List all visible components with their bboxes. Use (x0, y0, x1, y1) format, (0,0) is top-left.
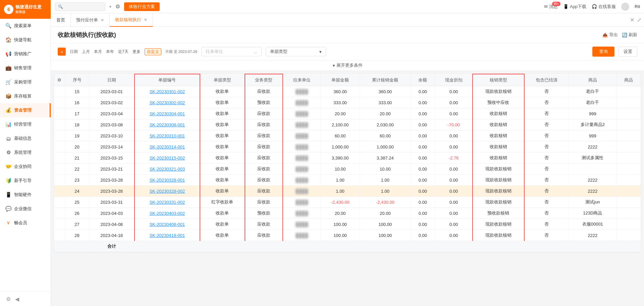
export-button[interactable]: 📤 导出 (602, 32, 618, 38)
filter-partner-input[interactable]: 往来单位 ... (201, 47, 262, 56)
app-download-label: App下载 (570, 4, 586, 10)
table-row: 182023-03-08SK-20230308-001收款单应收款████2,1… (54, 119, 641, 130)
tab-home[interactable]: 首页 (51, 13, 71, 27)
cell-bill-no[interactable]: SK-20230418-001 (135, 230, 200, 241)
message-badge: 99+ (552, 2, 560, 6)
sidebar-item-member[interactable]: V 畅会员 (0, 216, 51, 230)
prepay-tab-close-icon[interactable]: ✕ (101, 18, 104, 22)
bill-no-link[interactable]: SK-20230302-002 (150, 100, 185, 105)
bill-no-link[interactable]: SK-20230408-001 (150, 222, 185, 227)
settings-bottom-icon[interactable]: ⚙ (5, 296, 11, 302)
bill-no-link[interactable]: SK-20230315-002 (150, 156, 185, 161)
app-download-link[interactable]: 📱 App下载 (563, 4, 586, 10)
sidebar-item-marketing[interactable]: 📢 营销推广 (0, 47, 51, 61)
cell-bill-type: 收款单 (200, 186, 245, 197)
cell-verify-amount: 2,030.00 (360, 119, 411, 130)
bill-no-link[interactable]: SK-20230403-002 (150, 211, 185, 216)
cell-bill-no[interactable]: SK-20230408-001 (135, 219, 200, 230)
cell-goods2 (616, 130, 641, 141)
cell-bill-no[interactable]: SK-20230328-002 (135, 186, 200, 197)
page-content: 收款核销执行(按收款) 📤 导出 🔄 刷新 » 日期 上月 本月 (51, 27, 644, 306)
table-scroll[interactable]: ⚙ 序号 日期 单据编号 单据类型 业务类型 往来单位 单据金额 累计核销金额 … (54, 74, 641, 252)
filter-more[interactable]: 更多 (132, 49, 141, 55)
cell-balance: 0.00 (411, 152, 435, 164)
filter-custom-btn[interactable]: 自定义 (145, 48, 161, 55)
cell-bill-no[interactable]: SK-20230302-002 (135, 97, 200, 108)
bill-no-link[interactable]: SK-20230331-002 (150, 200, 185, 205)
sidebar-item-inventory[interactable]: 📦 库存核算 (0, 89, 51, 103)
cell-no: 23 (65, 175, 89, 186)
cell-verify-amount: 3,387.24 (360, 152, 411, 164)
bill-no-link[interactable]: SK-20230418-001 (150, 233, 185, 238)
bill-no-link[interactable]: SK-20230310-001 (150, 133, 185, 138)
cell-bill-no[interactable]: SK-20230301-002 (135, 86, 200, 97)
refresh-button[interactable]: 🔄 刷新 (622, 32, 637, 38)
bill-no-link[interactable]: SK-20230308-001 (150, 122, 185, 127)
online-service-link[interactable]: 🎧 在线客服 (592, 4, 616, 10)
verify-tab-close-icon[interactable]: ✕ (144, 17, 147, 22)
search-menu-icon: 🔍 (5, 23, 11, 29)
sidebar-item-finance[interactable]: 💰 资金管理 (0, 103, 51, 117)
cell-biz-type: 应收款 (245, 108, 283, 119)
cell-goods2 (616, 86, 641, 97)
sidebar-item-label: 畅会员 (14, 220, 27, 226)
cell-bill-no[interactable]: SK-20230310-001 (135, 130, 200, 141)
sidebar-item-business[interactable]: 📊 经营管理 (0, 117, 51, 131)
cell-bill-type: 收款单 (200, 130, 245, 141)
inventory-icon: 📦 (5, 93, 11, 99)
sidebar-item-guide[interactable]: 🔰 新手引导 (0, 174, 51, 188)
cell-bill-no[interactable]: SK-20230304-001 (135, 108, 200, 119)
topbar-chevron-icon[interactable]: ▾ (109, 4, 111, 9)
logo-name: 畅捷通好生意 (15, 4, 42, 10)
cell-bill-no[interactable]: SK-20230328-001 (135, 175, 200, 186)
cell-goods: 2222 (569, 141, 616, 152)
filter-dots[interactable]: ... (254, 49, 257, 54)
bill-no-link[interactable]: SK-20230328-002 (150, 189, 185, 194)
message-button[interactable]: ✉ 消息 99+ (544, 4, 558, 10)
sidebar-item-smart-hw[interactable]: 📱 智能硬件 (0, 188, 51, 202)
cell-partner: ████ (283, 186, 321, 197)
filter-7days[interactable]: 近7天 (118, 49, 128, 55)
cell-bill-no[interactable]: SK-20230321-003 (135, 164, 200, 175)
cell-bill-no[interactable]: SK-20230315-002 (135, 152, 200, 164)
filter-this-year[interactable]: 本年 (106, 49, 114, 55)
collapse-icon[interactable]: ◀ (14, 296, 20, 302)
sidebar-item-wechat[interactable]: 💬 企业微信 (0, 202, 51, 216)
filter-last-month[interactable]: 上月 (82, 49, 90, 55)
tabbar-close-icon[interactable]: ✕ (630, 17, 634, 23)
sidebar-item-purchase[interactable]: 🛒 采购管理 (0, 75, 51, 89)
sidebar-item-label: 系统管理 (14, 149, 32, 156)
filter-expand-button[interactable]: » (58, 48, 66, 56)
topbar-gear-icon[interactable]: ⚙ (115, 3, 120, 10)
sidebar-item-quick-nav[interactable]: 🏠 快捷导航 (0, 33, 51, 47)
sidebar-item-system[interactable]: ⚙ 系统管理 (0, 145, 51, 160)
cell-bill-no[interactable]: SK-20230308-001 (135, 119, 200, 130)
bill-no-link[interactable]: SK-20230301-002 (150, 89, 185, 94)
filter-settings-button[interactable]: 设置 (619, 47, 637, 57)
cell-bill-no[interactable]: SK-20230314-001 (135, 141, 200, 152)
tab-prepay[interactable]: 预付应付单 ✕ (71, 13, 110, 27)
filter-bill-type-select[interactable]: 单据类型 ▾ (266, 47, 326, 56)
sidebar-item-search[interactable]: 🔍 搜索菜单 (0, 19, 51, 33)
bill-no-link[interactable]: SK-20230304-001 (150, 111, 185, 116)
expand-more-bar[interactable]: ▾ 展开更多条件 (51, 60, 644, 71)
cell-bill-type: 收款单 (200, 164, 245, 175)
tab-verify[interactable]: 收款核销执行 ✕ (110, 13, 153, 27)
bill-no-link[interactable]: SK-20230314-001 (150, 144, 185, 149)
page-title: 收款核销执行(按收款) (58, 31, 116, 43)
sidebar-item-basic[interactable]: 🗂 基础信息 (0, 131, 51, 145)
data-table: ⚙ 序号 日期 单据编号 单据类型 业务类型 往来单位 单据金额 累计核销金额 … (54, 74, 641, 252)
tabbar-expand-icon[interactable]: ⤢ (637, 17, 641, 23)
cell-bill-no[interactable]: SK-20230331-002 (135, 197, 200, 208)
industry-solution-button[interactable]: 体验行业方案 (124, 2, 160, 11)
query-button[interactable]: 查询 (592, 47, 614, 57)
filter-this-month[interactable]: 本月 (94, 49, 102, 55)
bill-no-link[interactable]: SK-20230321-003 (150, 167, 185, 172)
sidebar-item-sales[interactable]: 💼 销售管理 (0, 61, 51, 75)
cell-include-settled: 否 (524, 119, 569, 130)
sidebar-item-enterprise[interactable]: 🤝 企业协同 (0, 160, 51, 174)
col-settings[interactable]: ⚙ (54, 74, 65, 86)
cell-bill-no[interactable]: SK-20230403-002 (135, 208, 200, 219)
guide-icon: 🔰 (5, 178, 11, 184)
bill-no-link[interactable]: SK-20230328-001 (150, 178, 185, 183)
